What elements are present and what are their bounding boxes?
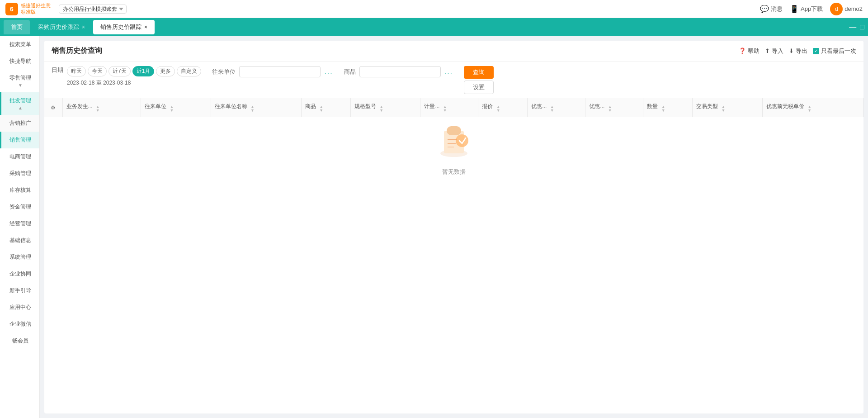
counterpart-dots[interactable]: ...	[324, 68, 333, 76]
tab-home[interactable]: 首页	[4, 20, 30, 34]
col-counterpart-code[interactable]: 往来单位 ▲▼	[141, 98, 211, 117]
sidebar-item-new-guide[interactable]: 新手引导	[0, 282, 39, 299]
col-trade-type[interactable]: 交易类型 ▲▼	[693, 98, 763, 117]
table-area: ⚙ 业务发生... ▲▼ 往来单位 ▲▼ 往来单位名称	[44, 98, 863, 413]
sort-arrows: ▲▼	[170, 105, 174, 112]
empty-illustration	[431, 117, 476, 162]
sidebar-item-wholesale-mgmt[interactable]: 批发管理 ▲	[0, 92, 39, 115]
sidebar-item-marketing[interactable]: 营销推广	[0, 115, 39, 132]
sidebar-item-basic-info[interactable]: 基础信息	[0, 232, 39, 249]
sidebar-item-inventory[interactable]: 库存核算	[0, 182, 39, 199]
product-filter-group: 商品 ...	[344, 66, 453, 77]
sidebar-item-vip-member[interactable]: 畅会员	[0, 332, 39, 349]
col-spec[interactable]: 规格型号 ▲▼	[350, 98, 420, 117]
date-btn-today[interactable]: 今天	[88, 66, 107, 76]
sidebar-item-quick-nav[interactable]: 快捷导航	[0, 53, 39, 70]
tab-actions: — □	[849, 23, 864, 31]
logo-text: 畅捷通好生意 标准版	[21, 3, 51, 14]
breadcrumb-select[interactable]: 办公用品行业模拟账套	[59, 5, 127, 14]
import-icon: ⬆	[765, 48, 770, 54]
svg-point-3	[456, 134, 468, 147]
app-download-action[interactable]: 📱 App下载	[790, 5, 823, 13]
sidebar-item-operations-mgmt[interactable]: 经营管理	[0, 215, 39, 232]
page-header-actions: ❓ 帮助 ⬆ 导入 ⬇ 导出 ✓ 只看最后一次	[739, 47, 856, 55]
product-dots[interactable]: ...	[444, 68, 453, 76]
user-profile[interactable]: d demo2	[830, 3, 863, 15]
top-bar-right: 💬 消息 📱 App下载 d demo2	[760, 3, 863, 15]
date-range-display: 2023-02-18 至 2023-03-18	[67, 79, 201, 87]
product-filter-label: 商品	[344, 68, 356, 76]
tab-purchase-history-close[interactable]: ×	[82, 24, 85, 30]
sidebar-item-finance-mgmt[interactable]: 资金管理	[0, 199, 39, 215]
sidebar-item-purchase-mgmt[interactable]: 采购管理	[0, 165, 39, 182]
top-bar-left: 6 畅捷通好生意 标准版 办公用品行业模拟账套	[5, 3, 127, 15]
sidebar-item-enterprise-collab[interactable]: 企业协同	[0, 266, 39, 282]
only-last-checkbox[interactable]: ✓	[813, 48, 819, 54]
sidebar-item-app-center[interactable]: 应用中心	[0, 299, 39, 316]
data-table: ⚙ 业务发生... ▲▼ 往来单位 ▲▼ 往来单位名称	[44, 98, 863, 117]
sort-arrows: ▲▼	[319, 105, 323, 112]
sidebar-item-ecommerce-mgmt[interactable]: 电商管理	[0, 148, 39, 165]
col-discount1[interactable]: 优惠... ▲▼	[528, 98, 585, 117]
settings-button[interactable]: 设置	[464, 81, 494, 94]
filter-section: 日期 昨天 今天 近7天 近1月 更多 自定义 2023-02-18 至 202…	[44, 62, 863, 98]
only-last-checkbox-area[interactable]: ✓ 只看最后一次	[813, 47, 856, 55]
col-unit[interactable]: 计量... ▲▼	[420, 98, 478, 117]
counterpart-filter-group: 往来单位 ...	[212, 66, 333, 77]
sidebar-item-retail-mgmt[interactable]: 零售管理 ▼	[0, 70, 39, 92]
chat-action[interactable]: 💬 消息	[760, 5, 783, 13]
tab-sales-history-close[interactable]: ×	[144, 24, 147, 30]
mobile-icon: 📱	[790, 5, 799, 13]
date-btn-yesterday[interactable]: 昨天	[67, 66, 86, 76]
import-action[interactable]: ⬆ 导入	[765, 47, 783, 55]
page-header: 销售历史价查询 ❓ 帮助 ⬆ 导入 ⬇ 导出 ✓	[44, 41, 863, 62]
col-quote[interactable]: 报价 ▲▼	[478, 98, 528, 117]
empty-text: 暂无数据	[442, 168, 466, 176]
chevron-up-icon: ▲	[18, 105, 23, 110]
col-qty[interactable]: 数量 ▲▼	[643, 98, 693, 117]
col-pre-tax-price[interactable]: 优惠前无税单价 ▲▼	[762, 98, 863, 117]
maximize-btn[interactable]: □	[860, 23, 864, 31]
query-button[interactable]: 查询	[464, 66, 494, 79]
tab-bar: 首页 采购历史价跟踪 × 销售历史价跟踪 × — □	[0, 18, 868, 36]
export-action[interactable]: ⬇ 导出	[789, 47, 807, 55]
minimize-btn[interactable]: —	[849, 23, 856, 31]
tab-sales-history[interactable]: 销售历史价跟踪 ×	[93, 20, 155, 34]
col-counterpart-name[interactable]: 往来单位名称 ▲▼	[211, 98, 301, 117]
sidebar-item-enterprise-wechat[interactable]: 企业微信	[0, 316, 39, 332]
logo-area: 6 畅捷通好生意 标准版	[5, 3, 51, 15]
sidebar-item-search-menu[interactable]: 搜索菜单	[0, 36, 39, 53]
date-btn-last1month[interactable]: 近1月	[132, 66, 155, 76]
chat-icon: 💬	[760, 5, 769, 13]
sort-arrows: ▲▼	[379, 105, 383, 112]
col-settings[interactable]: ⚙	[44, 98, 62, 117]
settings-icon[interactable]: ⚙	[51, 104, 56, 111]
help-icon: ❓	[739, 48, 746, 54]
date-btn-last7days[interactable]: 近7天	[108, 66, 131, 76]
filter-action-buttons: 查询 设置	[464, 66, 494, 94]
product-input[interactable]	[359, 66, 441, 77]
breadcrumb: 办公用品行业模拟账套	[59, 5, 127, 14]
sort-arrows: ▲▼	[496, 105, 500, 112]
help-action[interactable]: ❓ 帮助	[739, 47, 760, 55]
col-biz-date[interactable]: 业务发生... ▲▼	[62, 98, 141, 117]
col-discount2[interactable]: 优惠... ▲▼	[585, 98, 643, 117]
sidebar-item-system-mgmt[interactable]: 系统管理	[0, 249, 39, 266]
sidebar-item-sales-mgmt[interactable]: 销售管理	[0, 132, 39, 148]
main-layout: 搜索菜单 快捷导航 零售管理 ▼ 批发管理 ▲ 营销推广 销售管理 电商管理 采…	[0, 36, 868, 418]
sort-arrows: ▲▼	[96, 105, 100, 112]
sort-arrows: ▲▼	[661, 105, 665, 112]
date-filter-group: 日期 昨天 今天 近7天 近1月 更多 自定义 2023-02-18 至 202…	[52, 66, 201, 87]
date-btn-custom[interactable]: 自定义	[177, 66, 201, 76]
export-icon: ⬇	[789, 48, 794, 54]
col-product[interactable]: 商品 ▲▼	[301, 98, 350, 117]
counterpart-input[interactable]	[239, 66, 321, 77]
date-btn-more[interactable]: 更多	[156, 66, 175, 76]
sort-arrows: ▲▼	[608, 105, 612, 112]
avatar: d	[830, 3, 843, 15]
page-card: 销售历史价查询 ❓ 帮助 ⬆ 导入 ⬇ 导出 ✓	[44, 41, 863, 413]
content-area: 销售历史价查询 ❓ 帮助 ⬆ 导入 ⬇ 导出 ✓	[40, 36, 868, 418]
tab-purchase-history[interactable]: 采购历史价跟踪 ×	[31, 20, 92, 34]
sort-arrows: ▲▼	[443, 105, 447, 112]
sidebar: 搜索菜单 快捷导航 零售管理 ▼ 批发管理 ▲ 营销推广 销售管理 电商管理 采…	[0, 36, 40, 418]
